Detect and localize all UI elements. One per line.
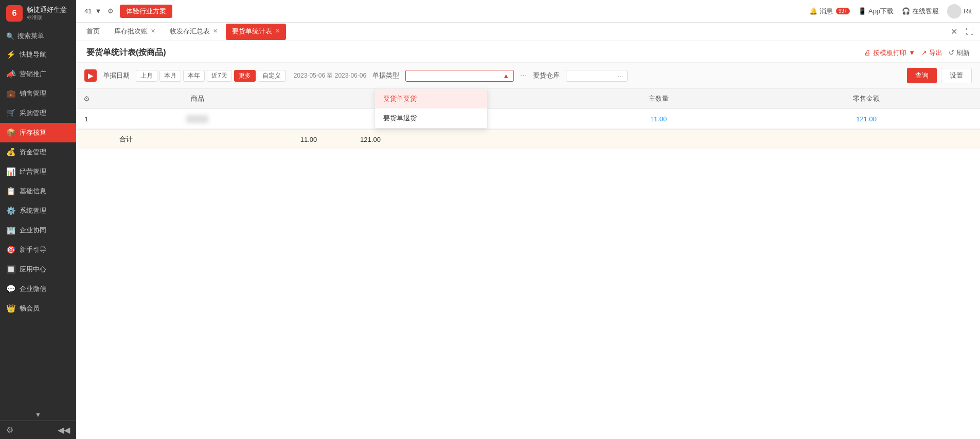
col-amount-header: 零售金额 [753, 89, 980, 109]
sidebar-item-app-center[interactable]: 🔲 应用中心 [0, 260, 76, 279]
tab-inventory-batch-close[interactable]: ✕ [151, 28, 155, 34]
close-all-tabs-button[interactable]: ✕ [949, 25, 959, 39]
type-label: 单据类型 [372, 71, 399, 80]
notifications-label: 消息 [819, 7, 833, 16]
type-input-wrapper[interactable]: ▲ [405, 70, 514, 82]
enterprise-icon: 🏢 [6, 226, 15, 235]
sidebar-item-basic[interactable]: 📋 基础信息 [0, 181, 76, 201]
sidebar-item-member[interactable]: 👑 畅会员 [0, 299, 76, 318]
row-qty-link[interactable]: 11.00 [650, 115, 667, 123]
mobile-icon: 📱 [858, 7, 866, 15]
sidebar-item-wechat[interactable]: 💬 企业微信 [0, 279, 76, 299]
sidebar-item-purchase[interactable]: 🛒 采购管理 [0, 103, 76, 123]
inventory-icon: 📦 [6, 128, 15, 137]
date-shortcuts: 上月 本月 本年 近7天 更多 自定义 [136, 70, 286, 82]
table-footer: 合计 11.00 121.00 [76, 129, 980, 149]
app-logo: 6 畅捷通好生意 标准版 [0, 0, 76, 27]
topbar: 41 ▼ ⚙ 体验行业方案 🔔 消息 99+ 📱 App下载 🎧 在线客服 Ri… [76, 0, 980, 23]
service-label: 在线客服 [912, 7, 939, 16]
footer-amount: 121.00 [340, 136, 401, 143]
tab-inventory-batch[interactable]: 库存批次账 ✕ [108, 24, 162, 40]
filter-expand-button[interactable]: ▶ [84, 69, 97, 82]
export-icon: ↗ [921, 49, 927, 57]
col-settings-header[interactable]: ⚙ [76, 89, 97, 109]
app-download-button[interactable]: 📱 App下载 [858, 7, 894, 16]
refresh-icon: ↺ [949, 49, 954, 57]
page-content: 要货单统计表(按商品) 🖨 按模板打印 ▼ ↗ 导出 ↺ 刷新 [76, 41, 980, 439]
settings-icon[interactable]: ⚙ [6, 425, 13, 435]
store-dropdown-icon: ▼ [95, 7, 101, 15]
date-range: 2023-05-06 至 2023-06-06 [294, 71, 366, 80]
sidebar-item-marketing[interactable]: 📣 营销推广 [0, 64, 76, 84]
warehouse-dots: ··· [618, 72, 623, 80]
app-center-icon: 🔲 [6, 265, 15, 274]
date-prev-month-btn[interactable]: 上月 [136, 70, 157, 82]
sidebar-item-newbie[interactable]: 🎯 新手引导 [0, 240, 76, 260]
sidebar-item-sales[interactable]: 💼 销售管理 [0, 84, 76, 103]
collapse-icon[interactable]: ◀◀ [58, 425, 70, 435]
logo-icon: 6 [6, 5, 23, 22]
query-button[interactable]: 查询 [907, 68, 937, 83]
row-amount-link[interactable]: 121.00 [856, 115, 877, 123]
type-dropdown-arrow[interactable]: ▲ [503, 72, 509, 80]
dropdown-item-order[interactable]: 要货单要货 [375, 89, 487, 108]
sidebar-item-label: 基础信息 [20, 187, 46, 196]
print-button[interactable]: 🖨 按模板打印 ▼ [864, 48, 915, 58]
tab-receive-summary-close[interactable]: ✕ [213, 28, 218, 34]
gear-icon[interactable]: ⚙ [108, 7, 114, 15]
sidebar-item-finance[interactable]: 💰 资金管理 [0, 142, 76, 162]
tab-order-summary-close[interactable]: ✕ [275, 28, 280, 34]
sidebar-item-label: 营销推广 [20, 69, 46, 79]
col-qty-header: 主数量 [564, 89, 753, 109]
sidebar-item-quick-nav[interactable]: ⚡ 快捷导航 [0, 45, 76, 64]
export-button[interactable]: ↗ 导出 [921, 48, 942, 58]
expand-icon: ▶ [88, 71, 94, 80]
tab-home[interactable]: 首页 [80, 24, 106, 40]
expand-tabs-button[interactable]: ⛶ [964, 25, 976, 39]
date-current-month-btn[interactable]: 本月 [159, 70, 181, 82]
table-settings-icon[interactable]: ⚙ [83, 95, 90, 103]
user-profile[interactable]: Rit [947, 4, 972, 19]
tab-receive-summary[interactable]: 收发存汇总表 ✕ [164, 24, 224, 40]
sidebar-scroll-down[interactable]: ▼ [0, 409, 76, 420]
sidebar-item-label: 经营管理 [20, 167, 46, 176]
promo-button[interactable]: 体验行业方案 [120, 5, 172, 18]
type-input[interactable] [410, 72, 503, 80]
sidebar-item-inventory[interactable]: 📦 库存核算 [0, 123, 76, 142]
warehouse-selector[interactable]: ··· [566, 70, 628, 82]
row-qty: 11.00 [564, 109, 753, 129]
date-current-year-btn[interactable]: 本年 [183, 70, 205, 82]
sidebar-item-label: 销售管理 [20, 89, 46, 98]
date-more-btn[interactable]: 更多 [234, 70, 256, 82]
tab-order-summary[interactable]: 要货单统计表 ✕ [226, 24, 286, 40]
system-icon: ⚙️ [6, 206, 15, 215]
warehouse-label: 要货仓库 [533, 71, 560, 80]
basic-icon: 📋 [6, 187, 15, 196]
avatar [947, 4, 961, 19]
notifications-button[interactable]: 🔔 消息 99+ [809, 7, 850, 16]
dropdown-item-return[interactable]: 要货单退货 [375, 108, 487, 128]
settings-button[interactable]: 设置 [941, 68, 972, 83]
sidebar-item-system[interactable]: ⚙️ 系统管理 [0, 201, 76, 221]
tab-inventory-batch-label: 库存批次账 [114, 27, 148, 36]
date-custom-btn[interactable]: 自定义 [258, 70, 286, 82]
main-area: 41 ▼ ⚙ 体验行业方案 🔔 消息 99+ 📱 App下载 🎧 在线客服 Ri… [76, 0, 980, 439]
print-label: 按模板打印 [873, 48, 906, 58]
dropdown-order-label: 要货单要货 [383, 95, 417, 102]
scroll-down-icon: ▼ [35, 411, 41, 418]
online-service-button[interactable]: 🎧 在线客服 [902, 7, 939, 16]
sidebar-item-enterprise[interactable]: 🏢 企业协同 [0, 221, 76, 240]
newbie-icon: 🎯 [6, 245, 15, 254]
store-selector[interactable]: 41 ▼ [84, 7, 101, 15]
table-row: 1 块 11.00 121.00 [76, 109, 980, 129]
date-7days-btn[interactable]: 近7天 [207, 70, 232, 82]
sidebar-item-label: 采购管理 [20, 108, 46, 118]
filter-more-dots[interactable]: ··· [520, 71, 527, 80]
member-icon: 👑 [6, 304, 15, 313]
tab-home-label: 首页 [86, 27, 100, 36]
search-menu[interactable]: 🔍 搜索菜单 [0, 27, 76, 45]
sidebar-item-operation[interactable]: 📊 经营管理 [0, 162, 76, 181]
table-body: 1 块 11.00 121.00 [76, 109, 980, 129]
bell-icon: 🔔 [809, 7, 817, 15]
refresh-button[interactable]: ↺ 刷新 [949, 48, 970, 58]
